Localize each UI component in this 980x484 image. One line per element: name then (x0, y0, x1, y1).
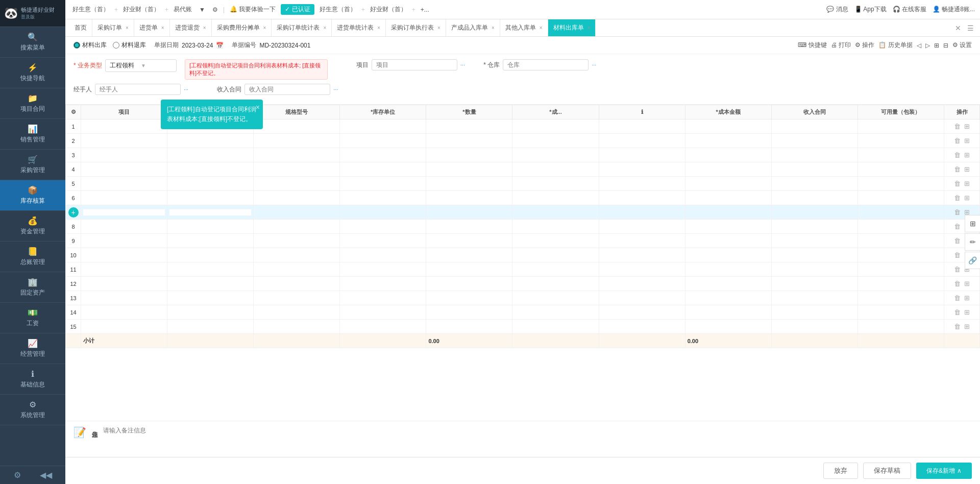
sidebar-item-搜索菜单[interactable]: 🔍搜索菜单 (0, 27, 65, 58)
row-copy-12[interactable]: ⊞ (964, 280, 970, 287)
tab-other-in[interactable]: 其他入库单 × (500, 19, 548, 36)
col-header-settings[interactable]: ⚙ (66, 105, 81, 119)
tab-product-in[interactable]: 产成品入库单 × (446, 19, 500, 36)
row-copy-15[interactable]: ⊞ (964, 323, 970, 330)
row-delete-4[interactable]: 🗑 (954, 165, 961, 173)
radio-material-return[interactable]: 材料退库 (113, 41, 146, 50)
row-delete-2[interactable]: 🗑 (954, 137, 961, 144)
topbar-message[interactable]: 💬 消息 (826, 5, 848, 14)
topbar-link2[interactable]: 好生意（首） (317, 5, 358, 14)
sidebar-item-系统管理[interactable]: ⚙系统管理 (0, 395, 65, 425)
income-contract-more-btn[interactable]: ··· (333, 86, 338, 92)
row-material-input-7[interactable] (169, 209, 251, 215)
add-row-btn[interactable]: + (68, 207, 79, 217)
tab-close-delivery-return[interactable]: × (203, 25, 206, 31)
handler-input[interactable] (95, 84, 181, 95)
row-delete-9[interactable]: 🗑 (954, 237, 961, 245)
row-delete-7[interactable]: 🗑 (954, 208, 961, 216)
sidebar-settings-btn[interactable]: ⚙ (14, 470, 21, 480)
tab-close-purchase-stat[interactable]: × (323, 25, 326, 31)
tab-close-delivery-stat[interactable]: × (377, 25, 380, 31)
sidebar-item-库存核算[interactable]: 📦库存核算 (0, 180, 65, 211)
prev-btn[interactable]: ◁ (917, 42, 921, 49)
settings-btn[interactable]: ⚙ 设置 (952, 41, 972, 50)
sidebar-item-总账管理[interactable]: 📒总账管理 (0, 241, 65, 272)
tab-close-delivery[interactable]: × (161, 25, 164, 31)
sidebar-item-基础信息[interactable]: ℹ基础信息 (0, 364, 65, 395)
tab-purchase-exec[interactable]: 采购订单执行表 × (386, 19, 446, 36)
tab-close-material-out[interactable]: × (587, 25, 591, 31)
ops-btn[interactable]: ⚙ 操作 (855, 41, 874, 50)
tooltip-close-btn[interactable]: × (256, 102, 260, 113)
topbar-experience[interactable]: 🔔 我要体验一下 (228, 5, 278, 14)
radio-material-out[interactable]: 材料出库 (74, 41, 107, 50)
tab-delivery[interactable]: 进货单 × (134, 19, 170, 36)
sidebar-item-经营管理[interactable]: 📈经营管理 (0, 333, 65, 364)
tabbar-close-all[interactable]: ✕ (953, 23, 963, 33)
sidebar-item-资金管理[interactable]: 💰资金管理 (0, 211, 65, 241)
collapse-btn[interactable]: ⊟ (943, 42, 948, 49)
shortcut-btn[interactable]: ⌨ 快捷键 (798, 41, 826, 50)
handler-more-btn[interactable]: ··· (184, 86, 188, 92)
tab-purchase-order[interactable]: 采购订单 × (92, 19, 134, 36)
notes-input[interactable] (103, 426, 972, 452)
sidebar-item-项目合同[interactable]: 📁项目合同 (0, 88, 65, 119)
row-delete-1[interactable]: 🗑 (954, 123, 961, 130)
tab-close-purchase-fee[interactable]: × (263, 25, 266, 31)
tab-home[interactable]: 首页 (69, 19, 92, 36)
tab-purchase-stat[interactable]: 采购订单统计表 × (272, 19, 332, 36)
row-copy-1[interactable]: ⊞ (964, 123, 970, 130)
print-btn[interactable]: 🖨 打印 (831, 41, 851, 50)
right-toolbar-btn-3[interactable]: 🔗 (965, 252, 980, 269)
topbar-link3[interactable]: 好业财（首） (368, 5, 409, 14)
project-more-btn[interactable]: ··· (460, 62, 465, 68)
tab-material-out[interactable]: 材料出库单 × (548, 19, 596, 36)
business-type-select[interactable]: 工程领料 ▼ (105, 59, 177, 72)
topbar-user[interactable]: 👤 畅捷通8账... (933, 5, 975, 14)
right-toolbar-btn-2[interactable]: ✏ (965, 233, 980, 251)
topbar-more[interactable]: +... (419, 6, 431, 13)
row-delete-5[interactable]: 🗑 (954, 180, 961, 187)
tab-close-purchase-order[interactable]: × (126, 25, 129, 31)
tab-close-product-in[interactable]: × (492, 25, 495, 31)
row-delete-14[interactable]: 🗑 (954, 308, 961, 316)
row-copy-5[interactable]: ⊞ (964, 180, 970, 187)
expand-btn[interactable]: ⊞ (934, 42, 939, 49)
row-delete-13[interactable]: 🗑 (954, 294, 961, 302)
topbar-app-download[interactable]: 📱 App下载 (854, 5, 887, 14)
row-project-input-7[interactable] (83, 209, 165, 215)
topbar-yidaizhang[interactable]: 易代账 (172, 5, 194, 14)
project-input[interactable] (372, 59, 457, 70)
discard-button[interactable]: 放弃 (823, 463, 858, 479)
warehouse-more-btn[interactable]: ··· (592, 62, 596, 68)
tabbar-menu[interactable]: ☰ (965, 23, 976, 33)
save-new-button[interactable]: 保存&新增 ∧ (916, 463, 972, 479)
tab-close-other-in[interactable]: × (540, 25, 543, 31)
topbar-haoshengyi[interactable]: 好生意（首） (70, 5, 111, 14)
topbar-haoyecai[interactable]: 好业财（首） (121, 5, 162, 14)
topbar-dropdown[interactable]: ▼ (197, 6, 207, 13)
row-copy-4[interactable]: ⊞ (964, 165, 970, 173)
row-delete-12[interactable]: 🗑 (954, 280, 961, 287)
sidebar-collapse-btn[interactable]: ◀◀ (40, 470, 52, 480)
row-delete-6[interactable]: 🗑 (954, 194, 961, 202)
row-delete-8[interactable]: 🗑 (954, 223, 961, 230)
sidebar-item-工资[interactable]: 💵工资 (0, 303, 65, 333)
sidebar-item-快捷导航[interactable]: ⚡快捷导航 (0, 58, 65, 88)
calendar-icon[interactable]: 📅 (216, 42, 224, 49)
row-copy-14[interactable]: ⊞ (964, 308, 970, 316)
row-delete-3[interactable]: 🗑 (954, 151, 961, 159)
topbar-settings-icon[interactable]: ⚙ (210, 6, 220, 13)
income-contract-input[interactable] (244, 84, 330, 95)
row-delete-15[interactable]: 🗑 (954, 323, 961, 330)
row-delete-10[interactable]: 🗑 (954, 251, 961, 259)
tab-delivery-stat[interactable]: 进货单统计表 × (332, 19, 386, 36)
sidebar-item-销售管理[interactable]: 📊销售管理 (0, 119, 65, 150)
right-toolbar-btn-1[interactable]: ⊞ (965, 215, 980, 232)
row-copy-2[interactable]: ⊞ (964, 137, 970, 144)
history-btn[interactable]: 📋 历史单据 (878, 41, 912, 50)
row-copy-3[interactable]: ⊞ (964, 151, 970, 159)
warehouse-input[interactable] (503, 59, 589, 70)
row-delete-11[interactable]: 🗑 (954, 265, 961, 273)
topbar-online-service[interactable]: 🎧 在线客服 (893, 5, 926, 14)
